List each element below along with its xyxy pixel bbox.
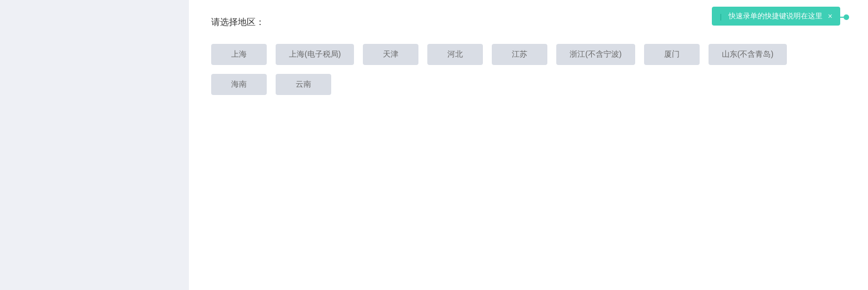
region-button[interactable]: 上海(电子税局) — [276, 44, 354, 65]
tooltip-bubble: 快速录单的快捷键说明在这里 × — [712, 7, 840, 26]
sidebar — [0, 0, 189, 290]
region-button[interactable]: 浙江(不含宁波) — [556, 44, 635, 65]
tooltip-text: 快速录单的快捷键说明在这里 — [729, 11, 822, 21]
region-button[interactable]: 上海 — [211, 44, 267, 65]
region-button[interactable]: 天津 — [363, 44, 418, 65]
main-content: 请选择地区： 上海上海(电子税局)天津河北江苏浙江(不含宁波)厦门山东(不含青岛… — [189, 0, 868, 290]
region-button[interactable]: 山东(不含青岛) — [709, 44, 787, 65]
tooltip-line — [832, 17, 844, 18]
region-button[interactable]: 江苏 — [492, 44, 547, 65]
region-button[interactable]: 厦门 — [644, 44, 700, 65]
region-button[interactable]: 海南 — [211, 74, 267, 95]
tooltip-dot — [844, 14, 849, 20]
tooltip-close-button[interactable]: × — [828, 12, 832, 21]
region-button[interactable]: 河北 — [427, 44, 483, 65]
region-button[interactable]: 云南 — [276, 74, 331, 95]
region-buttons: 上海上海(电子税局)天津河北江苏浙江(不含宁波)厦门山东(不含青岛)海南云南 — [211, 44, 846, 95]
